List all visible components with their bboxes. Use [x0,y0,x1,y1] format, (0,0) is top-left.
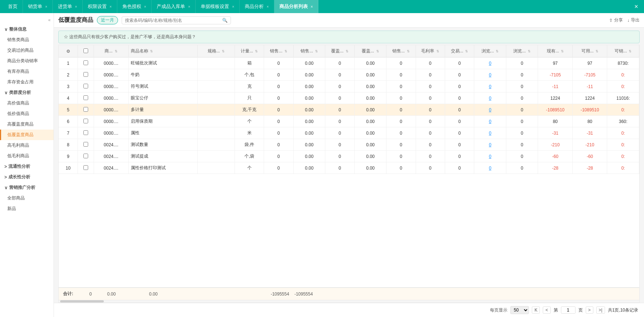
cell-browse-cnt[interactable]: 0 [474,162,506,174]
page-last-button[interactable]: >| [596,306,605,314]
sidebar-item-low-gross[interactable]: 低毛利商品 [0,151,54,161]
row-checkbox-8[interactable] [83,154,88,158]
sidebar-section-cluster[interactable]: ∨ 类群度分析 [0,87,54,98]
nav-tab-product[interactable]: 产成品入库单 × [152,0,196,13]
search-icon[interactable]: 🔍 [222,18,228,23]
cell-check[interactable] [78,69,94,81]
nav-tab-analysis-list-close[interactable]: × [311,5,313,9]
nav-tab-purchase-close[interactable]: × [75,5,77,9]
sidebar-item-low-coverage[interactable]: 低覆盖度商品 [0,130,54,140]
nav-tab-role[interactable]: 角色授权 × [117,0,152,13]
page-number-input[interactable] [561,306,576,314]
nav-tab-role-close[interactable]: × [144,5,146,9]
sidebar-section-marketing[interactable]: ∨ 营销推广分析 [0,182,54,193]
col-header-sales-amt[interactable]: 销售... ⇅ [293,45,325,58]
sidebar-collapse-button[interactable]: « [0,16,54,24]
cell-check[interactable] [78,162,94,174]
row-checkbox-2[interactable] [83,84,88,88]
horizontal-scrollbar[interactable] [58,300,640,303]
row-checkbox-7[interactable] [83,142,88,147]
cell-check[interactable] [78,139,94,151]
page-first-button[interactable]: K [532,306,540,314]
row-checkbox-5[interactable] [83,119,88,123]
row-checkbox-0[interactable] [83,60,88,65]
col-header-trans[interactable]: 交易... ⇅ [445,45,474,58]
row-checkbox-4[interactable] [83,107,88,112]
sidebar-section-circulation[interactable]: > 流通性分析 [0,161,54,172]
cell-check[interactable] [78,58,94,69]
col-header-sales-days[interactable]: 销售... ⇅ [386,45,416,58]
cell-check[interactable] [78,116,94,127]
sidebar-item-all-goods[interactable]: 全部商品 [0,193,54,203]
nav-tab-analysis-close[interactable]: × [267,5,269,9]
cell-browse-cnt[interactable]: 0 [474,69,506,81]
page-size-select[interactable]: 20 50 100 [510,306,529,314]
sidebar-item-high-value[interactable]: 高价值商品 [0,98,54,108]
window-close-button[interactable]: × [631,3,641,11]
sidebar-item-category-rate[interactable]: 商品分类动销率 [0,56,54,66]
nav-tab-purchase[interactable]: 进货单 × [53,0,83,13]
nav-tab-product-close[interactable]: × [188,5,190,9]
period-button[interactable]: 近一月 [97,16,118,24]
nav-tab-analysis[interactable]: 商品分析 × [240,0,274,13]
nav-tab-sales[interactable]: 销货单 × [23,0,53,13]
col-header-spec[interactable]: 规格... ⇅ [197,45,235,58]
cell-check[interactable] [78,81,94,92]
cell-check[interactable] [78,104,94,116]
sidebar-item-traded-goods[interactable]: 交易过的商品 [0,45,54,56]
export-button[interactable]: ↓ 导出 [627,17,640,23]
cell-browse-cnt[interactable]: 0 [474,116,506,127]
nav-tab-permission-close[interactable]: × [110,5,112,9]
cell-browse-cnt[interactable]: 0 [474,81,506,92]
col-header-stock[interactable]: 现有... ⇅ [538,45,573,58]
share-button[interactable]: ⇧ 分享 [609,17,623,23]
col-header-cover-cust[interactable]: 覆盖... ⇅ [325,45,354,58]
col-header-available[interactable]: 可用... ⇅ [573,45,607,58]
cell-browse-cnt[interactable]: 0 [474,92,506,104]
sidebar-item-sales-goods[interactable]: 销售类商品 [0,35,54,45]
sidebar-section-overall[interactable]: ∨ 整体信息 [0,24,54,35]
nav-tab-permission[interactable]: 权限设置 × [83,0,117,13]
nav-tab-home[interactable]: 首页 [3,0,23,13]
cell-browse-cnt[interactable]: 0 [474,58,506,69]
data-table-container[interactable]: ⚙ 商... ⇅ 商品名称 ⇅ 规格... ⇅ 计量... ⇅ 销售... ⇅ … [58,45,640,288]
search-input[interactable] [125,18,221,23]
col-header-cover-rate[interactable]: 覆盖... ⇅ [354,45,386,58]
col-header-sales-qty[interactable]: 销售... ⇅ [264,45,293,58]
sidebar-section-growth[interactable]: > 成长性分析 [0,172,54,182]
col-header-sellable[interactable]: 可销... ⇅ [607,45,639,58]
page-prev-button[interactable]: < [543,306,550,314]
cell-browse-cnt[interactable]: 0 [474,139,506,151]
cell-browse-cnt[interactable]: 0 [474,127,506,139]
nav-tab-sales-close[interactable]: × [45,5,47,9]
sidebar-item-capital[interactable]: 库存资金占用 [0,77,54,87]
col-header-code[interactable]: 商... ⇅ [94,45,128,58]
cell-browse-cnt[interactable]: 0 [474,151,506,162]
col-header-name[interactable]: 商品名称 ⇅ [128,45,197,58]
cell-name: 属性 [128,127,197,139]
cell-check[interactable] [78,92,94,104]
row-checkbox-1[interactable] [83,72,88,77]
nav-tab-template[interactable]: 单据模板设置 × [196,0,240,13]
nav-tab-template-close[interactable]: × [232,5,234,9]
cell-browse-cnt[interactable]: 0 [474,104,506,116]
settings-icon[interactable]: ⚙ [66,49,70,54]
row-checkbox-3[interactable] [83,95,88,100]
select-all-checkbox[interactable] [83,48,88,53]
sidebar-item-high-gross[interactable]: 高毛利商品 [0,140,54,151]
col-header-browse-rate[interactable]: 浏览... ⇅ [506,45,538,58]
cell-check[interactable] [78,151,94,162]
sidebar-item-new-goods[interactable]: 新品 [0,203,54,214]
sidebar-item-low-value[interactable]: 低价值商品 [0,108,54,119]
cell-check[interactable] [78,127,94,139]
sidebar-item-in-stock[interactable]: 有库存商品 [0,66,54,77]
page-next-button[interactable]: > [586,306,593,314]
nav-tab-analysis-list[interactable]: 商品分析列表 × [274,0,318,13]
scrollbar-thumb[interactable] [60,300,104,302]
row-checkbox-6[interactable] [83,130,88,135]
col-header-unit[interactable]: 计量... ⇅ [235,45,264,58]
row-checkbox-9[interactable] [83,165,88,170]
col-header-browse-cnt[interactable]: 浏览... ⇅ [474,45,506,58]
sidebar-item-high-coverage[interactable]: 高覆盖度商品 [0,119,54,130]
col-header-gross[interactable]: 毛利率 ⇅ [416,45,445,58]
